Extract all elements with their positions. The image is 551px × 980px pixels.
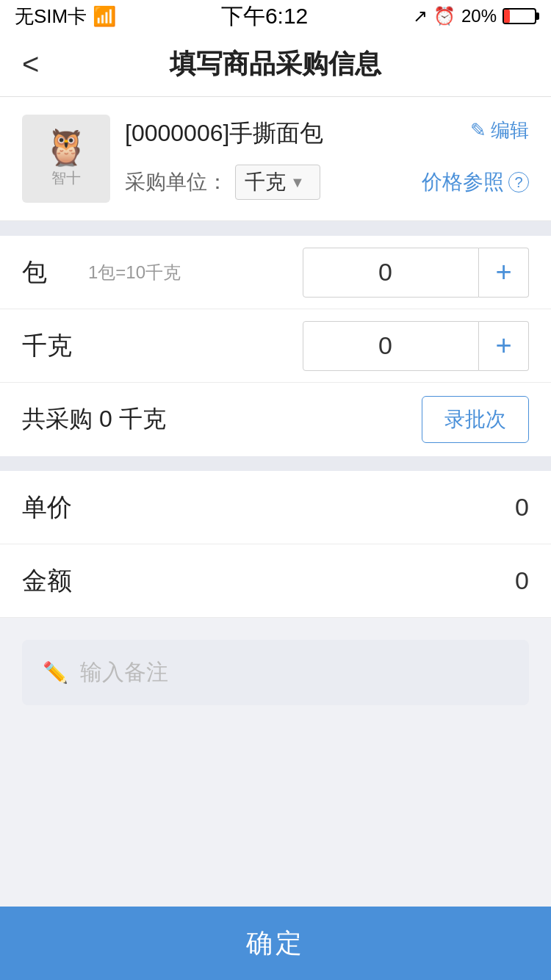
- unit-label: 采购单位：: [125, 168, 228, 196]
- bag-label: 包: [22, 256, 81, 289]
- kg-input-group: +: [303, 321, 529, 371]
- summary-unit: 千克: [119, 406, 166, 432]
- wifi-icon: 📶: [93, 5, 116, 28]
- edit-label: 编辑: [491, 118, 529, 143]
- notes-placeholder: 输入备注: [80, 657, 168, 688]
- unit-selector-group: 采购单位： 千克 ▼: [125, 165, 320, 200]
- divider-2: [0, 456, 551, 471]
- notes-section: ✏️ 输入备注: [0, 618, 551, 868]
- status-bar-time: 下午6:12: [221, 1, 308, 32]
- bag-plus-button[interactable]: +: [479, 248, 529, 298]
- input-section: 包 1包=10千克 + 千克 + 共采购 0 千克 录批次: [0, 236, 551, 456]
- nav-bar: < 填写商品采购信息: [0, 32, 551, 97]
- status-bar-left: 无SIM卡 📶: [15, 4, 116, 29]
- carrier-text: 无SIM卡: [15, 4, 87, 29]
- product-unit-row: 采购单位： 千克 ▼ 价格参照 ?: [125, 165, 529, 200]
- chevron-down-icon: ▼: [290, 174, 305, 191]
- product-name: [0000006]手撕面包: [125, 118, 323, 150]
- divider-1: [0, 221, 551, 236]
- summary-prefix: 共采购: [22, 406, 93, 432]
- price-section: 单价 0 金额 0: [0, 471, 551, 618]
- bag-input[interactable]: [303, 248, 479, 298]
- batch-button[interactable]: 录批次: [422, 396, 529, 443]
- page-title: 填写商品采购信息: [170, 46, 381, 82]
- status-bar-right: ↗ ⏰ 20%: [413, 6, 536, 26]
- kg-input[interactable]: [303, 321, 479, 371]
- product-card: 🦉 智十 [0000006]手撕面包 ✎ 编辑 采购单位： 千克 ▼ 价格参照 …: [0, 97, 551, 221]
- back-button[interactable]: <: [22, 40, 54, 88]
- price-ref-label: 价格参照: [422, 168, 504, 196]
- product-image: 🦉 智十: [22, 115, 110, 203]
- battery-text: 20%: [461, 6, 497, 26]
- bag-input-group: +: [303, 248, 529, 298]
- kg-input-row: 千克 +: [0, 309, 551, 383]
- amount-label: 金额: [22, 564, 72, 598]
- edit-button[interactable]: ✎ 编辑: [470, 118, 529, 143]
- alarm-icon: ⏰: [433, 6, 455, 26]
- summary-quantity: 0: [99, 406, 112, 432]
- unit-value: 千克: [245, 168, 286, 196]
- summary-row: 共采购 0 千克 录批次: [0, 383, 551, 456]
- status-bar: 无SIM卡 📶 下午6:12 ↗ ⏰ 20%: [0, 0, 551, 32]
- edit-icon: ✎: [470, 119, 486, 142]
- confirm-button[interactable]: 确定: [0, 907, 551, 980]
- bag-input-row: 包 1包=10千克 +: [0, 236, 551, 309]
- amount-value: 0: [515, 566, 529, 595]
- unit-price-label: 单价: [22, 491, 72, 525]
- unit-price-row: 单价 0: [0, 471, 551, 544]
- unit-select[interactable]: 千克 ▼: [235, 165, 320, 200]
- notes-input-area[interactable]: ✏️ 输入备注: [22, 640, 529, 705]
- kg-label: 千克: [22, 329, 81, 363]
- battery-icon: [503, 8, 536, 24]
- product-info: [0000006]手撕面包 ✎ 编辑 采购单位： 千克 ▼ 价格参照 ?: [125, 118, 529, 200]
- summary-text: 共采购 0 千克: [22, 403, 166, 436]
- price-ref-button[interactable]: 价格参照 ?: [422, 168, 529, 196]
- pencil-icon: ✏️: [43, 660, 68, 685]
- amount-row: 金额 0: [0, 544, 551, 618]
- bag-sublabel: 1包=10千克: [88, 261, 181, 284]
- help-icon: ?: [508, 172, 529, 192]
- unit-price-value: 0: [515, 493, 529, 522]
- product-owl-icon: 🦉: [44, 130, 88, 165]
- kg-plus-button[interactable]: +: [479, 321, 529, 371]
- location-icon: ↗: [413, 6, 428, 26]
- product-header: [0000006]手撕面包 ✎ 编辑: [125, 118, 529, 150]
- product-owl-text: 智十: [51, 168, 81, 188]
